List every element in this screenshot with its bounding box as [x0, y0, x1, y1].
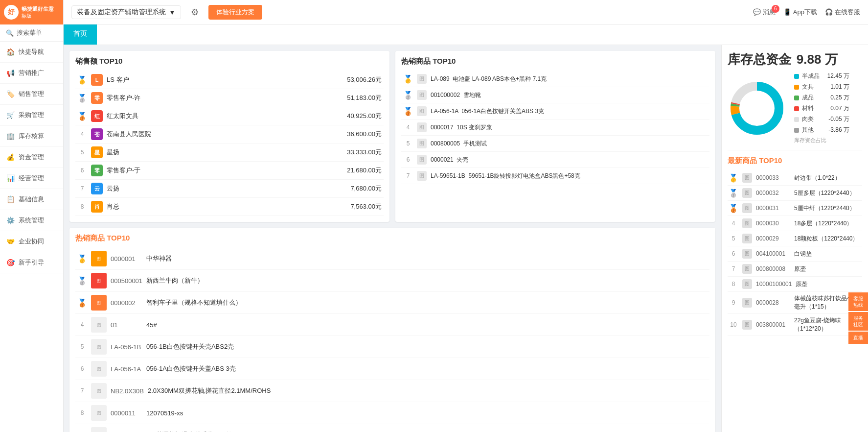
product-sales-item: 6 图 0000021 夹壳 [401, 152, 709, 168]
hot-product-item: 4 图 01 45# [75, 314, 709, 336]
top-customers-card: 销售额 TOP10 🥇 L LS 客户 53,006.26元 🥈 零 零售客户-… [69, 51, 389, 222]
sidebar-item-xiaoshouguanli[interactable]: 🏷️ 销售管理 [0, 84, 63, 105]
top-bar: 装备及固定资产辅助管理系统 ▼ ⚙ 体验行业方案 💬 消息 6 📱 App下载 … [64, 0, 868, 24]
system-selector[interactable]: 装备及固定资产辅助管理系统 ▼ [71, 5, 181, 19]
tab-homepage[interactable]: 首页 [64, 24, 97, 45]
cs-community-button[interactable]: 服务社区 [848, 312, 868, 331]
system-icon: ⚙️ [6, 216, 15, 225]
message-button[interactable]: 💬 消息 6 [753, 8, 776, 17]
product-placeholder: 图 [91, 383, 107, 399]
legend-item: 半成品 12.45 万 [794, 72, 849, 80]
legend-dot [794, 74, 799, 79]
product-placeholder: 图 [91, 427, 107, 432]
product-placeholder: 图 [91, 339, 107, 355]
product-sales-item: 7 图 LA-59651-1B 59651-1B旋转投影灯电池盒ABS黑色+58… [401, 168, 709, 184]
product-placeholder: 图 [91, 361, 107, 377]
message-icon: 💬 [753, 8, 761, 16]
product-icon: 图 [742, 203, 752, 213]
legend-dot [794, 96, 799, 100]
search-icon: 🔍 [6, 29, 14, 37]
sidebar-item-zijinguanli[interactable]: 💰 资金管理 [0, 147, 63, 168]
hot-products-title: 热销商品 TOP10 [75, 234, 709, 243]
latest-product-item: 7 图 000800008 原垄 [728, 262, 862, 277]
sidebar-item-jichuxxinxi[interactable]: 📋 基础信息 [0, 189, 63, 210]
legend-dot [794, 85, 799, 90]
cs-buttons: 客服热线 服务社区 直播 [848, 292, 868, 344]
hot-product-item: 5 图 LA-056-1B 056-1B白色按键开关壳ABS2壳 [75, 336, 709, 358]
app-download-button[interactable]: 📱 App下载 [783, 8, 817, 17]
message-badge: 6 [772, 5, 779, 13]
headset-icon: 🎧 [825, 8, 833, 16]
management-icon: 📊 [6, 174, 15, 183]
dashboard-right: 库存总资金 9.88 万 [721, 45, 868, 432]
product-icon: 图 [742, 320, 752, 330]
inventory-icon: 🏢 [6, 132, 15, 141]
sidebar-item-kucunhesuan[interactable]: 🏢 库存核算 [0, 126, 63, 147]
customer-list-item: 8 肖 肖总 7,563.00元 [75, 198, 384, 216]
legend-item: 成品 0.25 万 [794, 94, 849, 102]
latest-product-item: 5 图 0000029 18颗粒板（1220*2440） [728, 231, 862, 246]
sidebar-item-xinshouyindao[interactable]: 🎯 新手引导 [0, 252, 63, 273]
purchase-icon: 🛒 [6, 111, 15, 120]
hot-products-card: 热销商品 TOP10 🥇 图 0000001 中华神器 🥈 图 00050000… [69, 228, 715, 432]
inventory-section: 库存总资金 9.88 万 [728, 51, 862, 144]
marketing-icon: 📢 [6, 69, 15, 77]
search-menu[interactable]: 🔍 搜索菜单 [0, 24, 63, 42]
top-customers-title: 销售额 TOP10 [75, 57, 384, 66]
hot-product-item: 🥉 图 0000002 智利车子里（规格不知道填什么） [75, 292, 709, 314]
customer-list-item: 🥇 L LS 客户 53,006.26元 [75, 71, 384, 89]
trial-button[interactable]: 体验行业方案 [208, 5, 262, 20]
latest-product-item: 🥈 图 0000032 5厘多层（1220*2440） [728, 186, 862, 201]
cs-hotline-button[interactable]: 客服热线 [848, 292, 868, 311]
donut-chart [728, 79, 786, 138]
sidebar-item-qiyexietong[interactable]: 🤝 企业协同 [0, 231, 63, 252]
sidebar-item-caigouguanli[interactable]: 🛒 采购管理 [0, 105, 63, 126]
product-sales-item: 4 图 0000017 10S 变刹罗浆 [401, 120, 709, 136]
latest-product-item: 9 图 0000028 体械菔枝味苏打饮品400毫升（1*15） [728, 292, 862, 314]
sidebar-item-yingxiaotuiguang[interactable]: 📢 营销推广 [0, 63, 63, 84]
product-icon: 图 [742, 298, 752, 308]
hot-product-item: 6 图 LA-056-1A 056-1A白色按键开关盖ABS 3壳 [75, 358, 709, 380]
inventory-total: 库存总资金 9.88 万 [728, 51, 862, 68]
customer-list-item: 🥉 红 红太阳文具 40,925.00元 [75, 107, 384, 125]
chevron-down-icon: ▼ [169, 8, 176, 16]
settings-button[interactable]: ⚙ [187, 4, 203, 20]
hot-product-item: 8 图 0000011 12070519-xs [75, 402, 709, 424]
product-sales-item: 🥈 图 001000002 雪地靴 [401, 87, 709, 103]
top-products-sales-card: 热销商品 TOP10 🥇 图 LA-089 电池盖 LA-089 ABS本色+黑… [395, 51, 715, 222]
sidebar-item-jingyingguanli[interactable]: 📊 经营管理 [0, 168, 63, 189]
customer-list-item: 🥈 零 零售客户-许 51,183.00元 [75, 89, 384, 107]
product-icon: 图 [742, 173, 752, 183]
product-icon: 图 [742, 234, 752, 243]
hot-products-list: 🥇 图 0000001 中华神器 🥈 图 000500001 新西兰牛肉（新牛）… [75, 248, 709, 432]
hot-product-item: 🥈 图 000500001 新西兰牛肉（新牛） [75, 270, 709, 292]
legend-dot [794, 128, 799, 133]
collab-icon: 🤝 [6, 237, 15, 246]
top-products-sales-title: 热销商品 TOP10 [401, 57, 709, 66]
svg-point-5 [740, 92, 774, 125]
product-image: 图 [91, 273, 107, 288]
main-area: 装备及固定资产辅助管理系统 ▼ ⚙ 体验行业方案 💬 消息 6 📱 App下载 … [64, 0, 868, 432]
sidebar-item-xitongguanli[interactable]: ⚙️ 系统管理 [0, 210, 63, 231]
cs-live-button[interactable]: 直播 [848, 332, 868, 344]
customer-list-item: 6 零 零售客户-于 21,680.00元 [75, 162, 384, 180]
latest-product-item: 🥉 图 0000031 5厘中纤（1220*2440） [728, 201, 862, 216]
latest-product-item: 4 图 0000030 18多层（1220*2440） [728, 216, 862, 231]
top-lists-section: 销售额 TOP10 🥇 L LS 客户 53,006.26元 🥈 零 零售客户-… [69, 51, 715, 222]
customer-list: 🥇 L LS 客户 53,006.26元 🥈 零 零售客户-许 51,183.0… [75, 71, 384, 216]
product-icon: 图 [742, 218, 752, 228]
product-placeholder: 图 [91, 317, 107, 333]
basic-info-icon: 📋 [6, 195, 15, 204]
latest-product-item: 8 图 10000100001 原垄 [728, 277, 862, 292]
legend-item: 肉类 -0.05 万 [794, 115, 849, 123]
online-service-button[interactable]: 🎧 在线客服 [825, 8, 860, 17]
sidebar-item-kuaijiedaohang[interactable]: 🏠 快捷导航 [0, 42, 63, 63]
legend-dot [794, 117, 799, 122]
product-icon: 图 [742, 279, 752, 289]
product-sales-item: 5 图 000800005 手机测试 [401, 136, 709, 152]
legend-item: 文具 1.01 万 [794, 83, 849, 91]
product-sales-item: 🥉 图 LA-056-1A 056-1A白色按键开关盖ABS 3克 [401, 103, 709, 120]
dashboard-main: 销售额 TOP10 🥇 L LS 客户 53,006.26元 🥈 零 零售客户-… [64, 45, 721, 432]
dashboard: 销售额 TOP10 🥇 L LS 客户 53,006.26元 🥈 零 零售客户-… [64, 45, 868, 432]
hot-product-item: 7 图 NB2.0X30B 2.0X30MM双搓花轴,搓花直径2.1MM/ROH… [75, 380, 709, 402]
